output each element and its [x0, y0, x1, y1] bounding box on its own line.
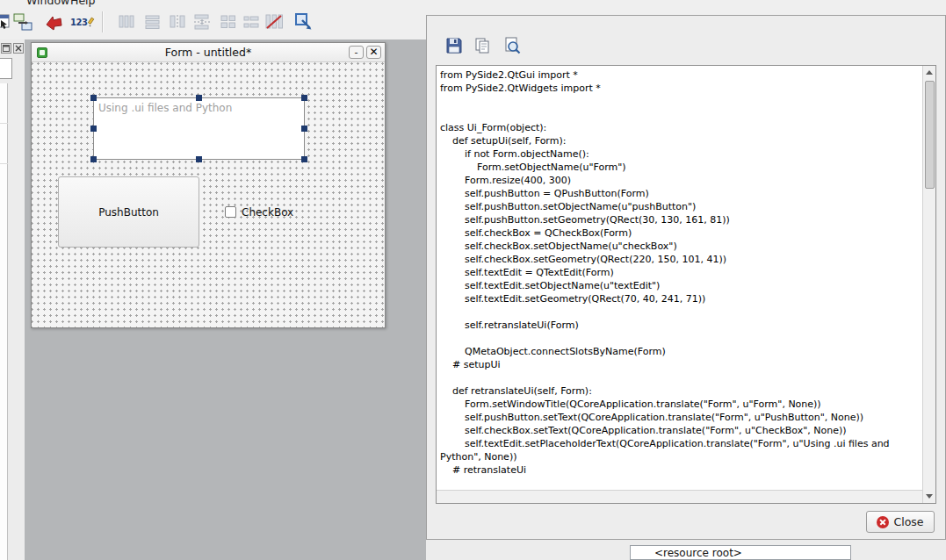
break-layout-icon[interactable]	[262, 9, 286, 35]
menu-window[interactable]: Window	[26, 0, 69, 7]
selection-handle-top-left[interactable]	[90, 95, 97, 101]
textedit-widget[interactable]: Using .ui files and Python	[93, 97, 305, 160]
find-icon[interactable]	[501, 34, 524, 57]
checkbox-label: CheckBox	[242, 206, 293, 219]
form-window: Form - untitled* - ✕ Using .ui files and…	[31, 42, 386, 328]
toolbar-separator	[102, 11, 104, 32]
selection-handle-top-center[interactable]	[196, 95, 202, 101]
tree-divider	[0, 163, 8, 164]
form-window-title: Form - untitled*	[32, 46, 385, 59]
code-preview-dialog: from PySide2.QtGui import * from PySide2…	[426, 15, 946, 540]
scrollbar-thumb[interactable]	[925, 81, 935, 189]
layout-vertical-splitter-icon[interactable]	[190, 9, 214, 35]
selection-handle-bottom-center[interactable]	[196, 156, 202, 162]
layout-horizontal-splitter-icon[interactable]	[165, 9, 190, 35]
menu-bar: Window Help	[0, 0, 946, 7]
resource-root-item[interactable]: <resource root>	[654, 547, 742, 559]
pushbutton-widget[interactable]: PushButton	[58, 176, 199, 248]
dock-close-icon[interactable]	[13, 43, 24, 54]
layout-form-icon[interactable]	[239, 9, 264, 35]
form-window-titlebar[interactable]: Form - untitled* - ✕	[32, 43, 385, 62]
widgetbox-tree-stub[interactable]	[0, 83, 8, 560]
vertical-scrollbar[interactable]	[922, 66, 935, 503]
layout-horizontal-icon[interactable]	[114, 9, 139, 35]
code-view[interactable]: from PySide2.QtGui import * from PySide2…	[436, 65, 936, 504]
generated-code[interactable]: from PySide2.QtGui import * from PySide2…	[437, 66, 922, 490]
copy-icon[interactable]	[471, 34, 494, 57]
tree-divider	[0, 123, 8, 124]
resource-browser[interactable]: <resource root>	[630, 545, 851, 560]
selection-handle-bottom-left[interactable]	[90, 156, 97, 162]
close-circle-icon	[877, 516, 889, 528]
scroll-up-icon[interactable]	[926, 70, 933, 75]
menu-help[interactable]: Help	[70, 0, 96, 7]
horizontal-scrollbar[interactable]	[437, 490, 922, 503]
layout-vertical-icon[interactable]	[141, 9, 165, 35]
mdi-area: Form - untitled* - ✕ Using .ui files and…	[25, 39, 426, 560]
checkbox-indicator[interactable]	[225, 206, 236, 218]
selection-handle-bottom-right[interactable]	[301, 156, 307, 162]
dock-float-icon[interactable]	[1, 43, 11, 54]
selection-handle-middle-right[interactable]	[301, 126, 307, 132]
dialog-close-button[interactable]: Close	[866, 511, 935, 533]
widgetbox-filter-stub[interactable]	[0, 58, 12, 79]
edit-buddies-icon[interactable]	[42, 9, 67, 35]
scroll-down-icon[interactable]	[926, 494, 933, 499]
close-button-label: Close	[893, 515, 923, 528]
minimize-button[interactable]: -	[349, 46, 364, 59]
adjust-size-icon[interactable]	[292, 9, 316, 35]
edit-tab-order-icon[interactable]: 123	[70, 9, 95, 35]
edit-signals-slots-icon[interactable]	[11, 9, 35, 35]
qt-designer-window: Window Help 123	[0, 0, 946, 560]
save-icon[interactable]	[443, 34, 466, 57]
form-canvas[interactable]: Using .ui files and Python PushButton Ch…	[32, 62, 385, 327]
layout-grid-icon[interactable]	[216, 9, 241, 35]
tab-order-label: 123	[70, 18, 87, 27]
checkbox-widget[interactable]: CheckBox	[225, 194, 314, 230]
selection-handle-middle-left[interactable]	[90, 126, 97, 132]
close-button[interactable]: ✕	[366, 46, 381, 59]
textedit-placeholder: Using .ui files and Python	[98, 102, 232, 114]
selection-handle-top-right[interactable]	[301, 95, 307, 101]
